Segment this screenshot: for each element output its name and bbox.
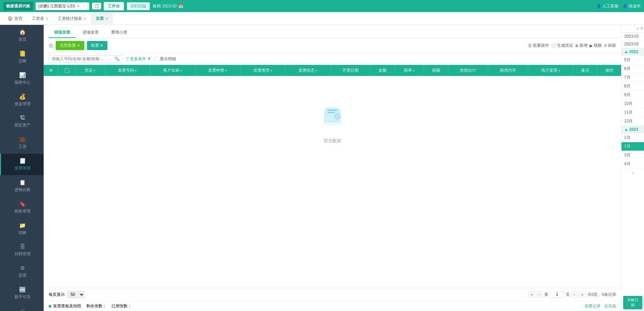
rp-scroll: 2023.02 2023.02 ▲ 2022 5月 6月 7月 8月 9月 10… [622, 33, 644, 294]
sidebar-item-tax[interactable]: 🔖 税务管理 [0, 197, 44, 218]
rp-date-item-header1[interactable]: 2023.02 [622, 33, 644, 40]
tab-salary-stat[interactable]: 工资统计报表 ✕ [53, 13, 91, 24]
sidebar-item-close[interactable]: 📁 结账 [0, 218, 44, 240]
tab-expense-ticket[interactable]: 费用小票 [106, 28, 133, 38]
per-page-select[interactable]: 50 20 100 [67, 291, 85, 298]
close-salary-tab-icon[interactable]: ✕ [46, 17, 48, 21]
col-e-invoice-filter[interactable]: ▾ [558, 69, 560, 72]
sidebar-item-settings[interactable]: ⚙ 设置 [0, 261, 44, 282]
col-tax-rate-filter[interactable]: ▾ [413, 69, 415, 72]
more-conditions-btn[interactable]: ▽ 更多条件 ▼ [126, 56, 151, 62]
rp-month-dec[interactable]: 12月 [622, 117, 644, 126]
show-detail-checkbox[interactable] [154, 57, 159, 61]
tab-purchase-invoice[interactable]: 进项发票 [77, 28, 104, 38]
last-page-btn[interactable]: » [579, 291, 586, 298]
sidebar-item-home[interactable]: 🏠 首页 [0, 25, 44, 46]
close-books-icon: 📁 [19, 222, 26, 229]
page-input[interactable] [550, 291, 564, 298]
rp-month-jul[interactable]: 7月 [622, 73, 644, 82]
rp-month-jun[interactable]: 6月 [622, 65, 644, 73]
fund-icon: 💰 [19, 93, 26, 100]
col-invoice-category-filter[interactable]: ▾ [271, 69, 272, 72]
rp-month-feb-2023[interactable]: 2月 [622, 142, 644, 151]
toolbar: ⊞ 无凭取票 ▼ 取票 ▼ ☰ 批量操作 📄 生成凭证 ⊕ [44, 38, 621, 53]
close-salary-stat-tab-icon[interactable]: ✕ [84, 17, 86, 21]
no-voucher-btn[interactable]: 无凭取票 ▼ [56, 41, 84, 50]
rp-month-nov[interactable]: 11月 [622, 108, 644, 117]
customer-service[interactable]: 👤 人工客服 [596, 3, 618, 9]
search-icon: 🔍 [114, 56, 120, 61]
copy-icon[interactable]: 📋 [92, 3, 101, 9]
rp-close-icon[interactable]: ✕ [640, 26, 643, 31]
tab-invoice-label: 发票 [96, 16, 104, 22]
next-page-btn[interactable]: › [572, 291, 577, 298]
sidebar-item-salary[interactable]: 💼 工资 [0, 132, 44, 154]
first-page-btn[interactable]: « [528, 291, 535, 298]
col-voucher-filter[interactable]: ▾ [94, 69, 95, 72]
sidebar-item-invoice[interactable]: 🧾 发票管理 [0, 154, 44, 175]
rp-scroll-down[interactable]: ⌄ [622, 168, 644, 176]
sidebar-item-fixed-assets[interactable]: 🏗 固定资产 [0, 111, 44, 132]
sidebar-item-member[interactable]: ♾ 畅会员 [0, 304, 44, 311]
workbench-button[interactable]: 工作台 [104, 2, 124, 10]
new-btn[interactable]: ⊕ 新增 [575, 43, 588, 48]
rp-month-sep[interactable]: 9月 [622, 91, 644, 100]
period-calendar-icon[interactable]: 📅 [178, 4, 183, 8]
col-invoice-status-filter[interactable]: ▾ [316, 69, 317, 72]
tax-icon: 🔖 [19, 201, 26, 207]
rp-date-item-header2[interactable]: 2023.02 [622, 40, 644, 48]
col-settings[interactable]: ⚙ [44, 65, 58, 76]
col-checkbox[interactable] [58, 65, 76, 76]
col-invoice-type-filter[interactable]: ▾ [225, 69, 227, 72]
rp-month-mar-2023[interactable]: 3月 [622, 151, 644, 160]
close-invoice-tab-icon[interactable]: ✕ [105, 17, 108, 21]
grid-settings-icon[interactable]: ⊞ [49, 42, 53, 49]
refresh-btn[interactable]: ↺ 刷新 [604, 43, 616, 48]
tab-home[interactable]: 🏠 首页 [3, 13, 27, 24]
tab-invoice[interactable]: 发票 ✕ [91, 13, 112, 24]
rp-month-oct[interactable]: 10月 [622, 100, 644, 108]
sidebar-item-archive[interactable]: 🗄 归档管理 [0, 240, 44, 261]
rp-year-2023[interactable]: ▲ 2023 [622, 126, 644, 133]
rp-open-period-btn[interactable]: 开账日期 [623, 296, 642, 309]
total-info: 共0页，0条记录 [588, 292, 616, 298]
take-label: 取票 [91, 43, 99, 48]
rp-year-2023-label: ▲ 2023 [624, 127, 638, 132]
company-selector[interactable]: (勿删) 江西股宝-LSS ▼ [36, 2, 89, 10]
sidebar-archive-label: 归档管理 [14, 251, 31, 257]
rp-expand-icon[interactable]: ⤢ [636, 26, 639, 31]
rp-year-2022-label: ▲ 2022 [624, 49, 638, 54]
sidebar-item-ledger[interactable]: 📒 总账 [0, 46, 44, 68]
video-btn[interactable]: ▶ 视频 [590, 43, 602, 48]
recharge-link[interactable]: 去充值 [604, 303, 616, 309]
no-voucher-dropdown-icon: ▼ [77, 44, 80, 47]
batch-ops-btn[interactable]: ☰ 批量操作 [528, 43, 549, 48]
svg-rect-3 [327, 110, 337, 111]
sidebar-item-sales[interactable]: 📋 进销台账 [0, 175, 44, 197]
switch-version-button[interactable]: 切到旧版 [127, 2, 150, 10]
rp-month-jan-2023[interactable]: 1月 [622, 133, 644, 142]
batch-ops-label: 批量操作 [533, 43, 549, 48]
rp-month-may[interactable]: 5月 [622, 56, 644, 65]
rp-month-aug[interactable]: 8月 [622, 82, 644, 91]
filter-bar: 🔍 ▽ 更多条件 ▼ 显示明细 [44, 53, 621, 65]
gen-voucher-btn[interactable]: 📄 生成凭证 [551, 43, 573, 48]
remaining-label: 剩余张数： [86, 303, 106, 309]
user-menu[interactable]: 👤 徐溢华 [623, 3, 641, 9]
sidebar-item-fund[interactable]: 💰 资金管理 [0, 89, 44, 111]
tab-salary[interactable]: 工资表 ✕ [28, 13, 53, 24]
sidebar-report-label: 报表中心 [14, 80, 31, 85]
col-invoice-no-filter[interactable]: ▾ [135, 69, 137, 72]
search-input[interactable] [52, 56, 113, 61]
rp-year-2022[interactable]: ▲ 2022 [622, 48, 644, 56]
prev-page-btn[interactable]: ‹ [537, 291, 542, 298]
show-detail-label: 显示明细 [160, 56, 176, 62]
sidebar-item-guide[interactable]: 🆕 新手引导 [0, 282, 44, 304]
take-btn[interactable]: 取票 ▼ [87, 41, 107, 50]
page-unit: 页 [566, 292, 570, 298]
rp-month-apr-2023[interactable]: 4月 [622, 160, 644, 168]
tab-sales-invoice[interactable]: 销项发票 [49, 28, 76, 38]
col-customer-filter[interactable]: ▾ [180, 69, 182, 72]
sidebar-item-report[interactable]: 📊 报表中心 [0, 68, 44, 89]
register-link[interactable]: 加黄记录 [585, 303, 601, 309]
